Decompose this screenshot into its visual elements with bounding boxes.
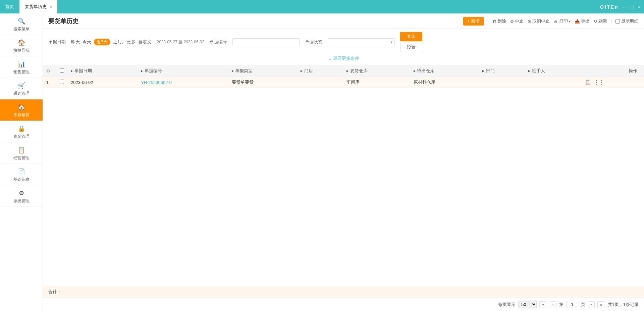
th-doc-no: ▸ 单据编号: [138, 65, 228, 77]
divider-1: [488, 18, 488, 24]
sidebar-item-operations[interactable]: 📋 经营管理: [0, 142, 43, 164]
th-req-warehouse: ▸ 要货仓库: [343, 65, 410, 77]
filter-area: 单据日期 昨天 今天 近7天 近1月 更多 自定义 2023-05-27 至 2…: [43, 29, 644, 65]
date-opt-7days[interactable]: 近7天: [94, 39, 110, 45]
date-opt-1month[interactable]: 近1月: [113, 39, 124, 45]
print-label: 打印: [559, 18, 568, 24]
th-req-warehouse-label: ▸ 要货仓库: [346, 68, 368, 73]
pagination-bar: 每页显示 10 20 50 100 « ‹ 第 页 › » 共1页，1条记录: [43, 298, 644, 311]
sidebar-item-search[interactable]: 🔍 搜索菜单: [0, 13, 43, 35]
th-handler-label: ▸ 经手人: [528, 68, 545, 73]
first-page-button[interactable]: «: [539, 301, 547, 308]
date-opt-today[interactable]: 今天: [83, 39, 91, 45]
next-page-button[interactable]: ›: [588, 301, 595, 308]
date-opt-custom[interactable]: 自定义: [138, 39, 151, 45]
date-options: 昨天 今天 近7天 近1月 更多 自定义: [71, 39, 151, 45]
sidebar-item-basic[interactable]: 📄 基础信息: [0, 164, 43, 185]
select-all-checkbox[interactable]: [60, 68, 64, 73]
top-bar-right: OfTEn — □ ×: [600, 4, 644, 10]
new-button[interactable]: + 新增: [463, 17, 484, 26]
th-gear: ⚙: [43, 65, 56, 77]
sidebar-item-sales[interactable]: 📊 销售管理: [0, 56, 43, 78]
row-dept: [479, 77, 525, 88]
current-page-input[interactable]: [566, 301, 578, 308]
th-doc-no-label: ▸ 单据编号: [141, 68, 162, 73]
sidebar-item-nav[interactable]: 🏠 快捷导航: [0, 35, 43, 56]
settings-button[interactable]: 设置: [400, 43, 422, 52]
nav-icon: 🏠: [18, 39, 25, 46]
th-doc-type: ▸ 单据类型: [228, 65, 298, 77]
prev-page-button[interactable]: ‹: [550, 301, 556, 308]
row-pending-warehouse: 原材料仓库: [410, 77, 479, 88]
brand-label: OfTEn: [600, 4, 619, 10]
pagination-summary: 共1页，1条记录: [608, 302, 639, 308]
expand-label: 展开更多条件: [333, 55, 359, 61]
table-header: ⚙ ▸ 单据日期 ▸ 单据编号 ▸ 单据类型: [43, 65, 644, 77]
date-opt-yesterday[interactable]: 昨天: [71, 39, 80, 45]
table-row: 1 2023-06-02 YH-20230602-0 要货单要货 车间库 原材料…: [43, 77, 644, 88]
query-button[interactable]: 查询: [400, 32, 422, 41]
th-checkbox: [56, 65, 67, 77]
sidebar-item-finance[interactable]: 🔒 资金管理: [0, 121, 43, 142]
row-op: 📋 ⋮⋮: [582, 77, 644, 88]
row-num: 1: [43, 77, 56, 88]
page-header: 要货单历史 + 新增 🗑 删除 ⊘ 中止 ⊘ 取消中止 🖨 打: [43, 13, 644, 29]
sidebar-item-inventory[interactable]: 🏠 库存核算: [0, 99, 43, 121]
row-checkbox: [56, 77, 67, 88]
refresh-button[interactable]: ↻ 刷新: [594, 18, 607, 24]
tab-yh-history[interactable]: 要货单历史 ×: [19, 0, 57, 13]
divider-2: [611, 18, 611, 24]
page-size-select[interactable]: 10 20 50 100: [518, 301, 537, 308]
status-select-wrapper: ▾: [328, 38, 395, 46]
row-op-icons: 📋 ⋮⋮: [585, 79, 641, 85]
main-layout: 🔍 搜索菜单 🏠 快捷导航 📊 销售管理 🛒 采购管理 🏠 库存核算 🔒 资金管…: [0, 13, 644, 311]
display-cells-label: 显示明细: [621, 18, 639, 24]
basic-icon: 📄: [18, 168, 25, 175]
sidebar: 🔍 搜索菜单 🏠 快捷导航 📊 销售管理 🛒 采购管理 🏠 库存核算 🔒 资金管…: [0, 13, 43, 311]
status-filter-select[interactable]: [328, 38, 395, 46]
date-opt-more[interactable]: 更多: [127, 39, 136, 45]
refresh-label: 刷新: [598, 18, 607, 24]
table-footer: 合计：: [43, 286, 644, 298]
sidebar-sales-label: 销售管理: [13, 69, 30, 75]
window-minimize-btn[interactable]: —: [623, 4, 627, 9]
row-doc-type: 要货单要货: [228, 77, 298, 88]
display-cells-button[interactable]: 显示明细: [615, 18, 639, 24]
row-select-checkbox[interactable]: [60, 80, 64, 84]
page-size-label: 每页显示: [498, 302, 516, 308]
main-table: ⚙ ▸ 单据日期 ▸ 单据编号 ▸ 单据类型: [43, 65, 644, 88]
row-more-icon[interactable]: ⋮⋮: [594, 79, 604, 85]
window-maximize-btn[interactable]: □: [631, 4, 634, 9]
row-doc-no: YH-20230602-0: [138, 77, 228, 88]
display-cells-checkbox[interactable]: [615, 19, 620, 24]
page-title: 要货单历史: [48, 17, 78, 25]
expand-conditions-button[interactable]: ⌄ 展开更多条件: [48, 54, 639, 63]
tab-close-icon[interactable]: ×: [50, 5, 52, 9]
footer-total-label: 合计：: [48, 289, 61, 294]
status-filter-label: 单据状态: [305, 39, 322, 45]
page-suffix-label: 页: [581, 302, 585, 308]
print-icon: 🖨: [554, 19, 558, 24]
tab-home[interactable]: 首页: [0, 0, 19, 13]
row-handler: [525, 77, 581, 88]
print-button[interactable]: 🖨 打印 ▾: [554, 18, 571, 24]
th-doc-date: ▸ 单据日期: [67, 65, 138, 77]
sidebar-system-label: 系统管理: [13, 198, 30, 204]
sidebar-item-purchase[interactable]: 🛒 采购管理: [0, 78, 43, 99]
last-page-button[interactable]: »: [597, 301, 605, 308]
sidebar-purchase-label: 采购管理: [13, 91, 30, 96]
export-label: 导出: [581, 18, 590, 24]
docno-filter-input[interactable]: [232, 38, 300, 46]
operations-icon: 📋: [18, 146, 25, 154]
export-button[interactable]: 📤 导出: [575, 18, 590, 24]
delete-button[interactable]: 🗑 删除: [492, 18, 506, 24]
row-edit-icon[interactable]: 📋: [585, 79, 591, 85]
sidebar-item-system[interactable]: ⚙ 系统管理: [0, 185, 43, 207]
stop-button[interactable]: ⊘ 中止: [510, 18, 524, 24]
th-op: 操作: [582, 65, 644, 77]
row-doc-no-link[interactable]: YH-20230602-0: [141, 80, 172, 85]
cancel-stop-button[interactable]: ⊘ 取消中止: [528, 18, 550, 24]
column-settings-icon[interactable]: ⚙: [46, 69, 50, 74]
tab-bar: 首页 要货单历史 ×: [0, 0, 600, 13]
window-close-btn[interactable]: ×: [637, 4, 640, 9]
